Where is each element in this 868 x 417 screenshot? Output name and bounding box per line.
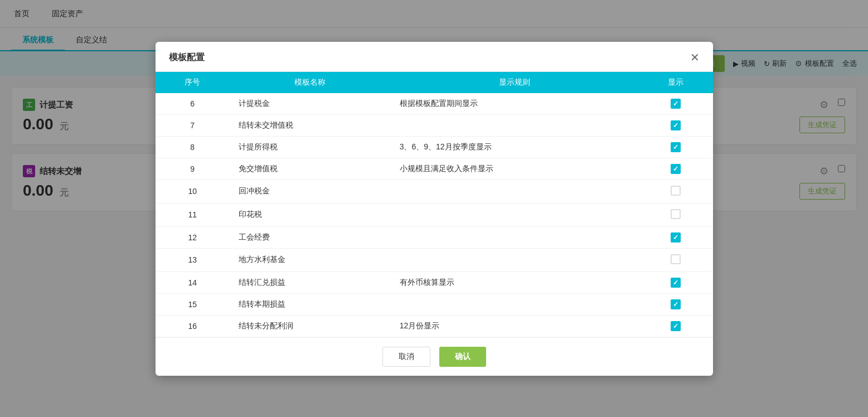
cell-seq: 6 bbox=[156, 93, 230, 115]
cell-name: 计提税金 bbox=[230, 93, 391, 115]
cell-name: 回冲税金 bbox=[230, 180, 391, 203]
cell-name: 结转汇兑损益 bbox=[230, 271, 391, 293]
table-header-row: 序号 模板名称 显示规则 显示 bbox=[156, 72, 713, 93]
cell-rule: 3、6、9、12月按季度显示 bbox=[391, 136, 638, 158]
cell-rule bbox=[391, 293, 638, 315]
table-row: 8计提所得税3、6、9、12月按季度显示 bbox=[156, 136, 713, 158]
cell-rule bbox=[391, 180, 638, 203]
cell-seq: 9 bbox=[156, 158, 230, 180]
cell-rule: 根据模板配置期间显示 bbox=[391, 93, 638, 115]
display-checkbox[interactable] bbox=[671, 254, 681, 264]
cell-rule bbox=[391, 226, 638, 248]
display-checkbox[interactable] bbox=[671, 99, 681, 109]
display-checkbox[interactable] bbox=[671, 186, 681, 196]
table-row: 12工会经费 bbox=[156, 226, 713, 248]
col-seq: 序号 bbox=[156, 72, 230, 93]
cell-seq: 8 bbox=[156, 136, 230, 158]
cell-name: 工会经费 bbox=[230, 226, 391, 248]
cell-seq: 7 bbox=[156, 114, 230, 136]
cancel-button[interactable]: 取消 bbox=[382, 347, 430, 367]
cell-seq: 15 bbox=[156, 293, 230, 315]
display-checkbox[interactable] bbox=[671, 142, 681, 152]
display-checkbox[interactable] bbox=[671, 232, 681, 243]
modal-title: 模板配置 bbox=[169, 52, 205, 64]
cell-display bbox=[638, 226, 712, 248]
cell-display bbox=[638, 114, 712, 136]
cell-seq: 10 bbox=[156, 180, 230, 203]
cell-display bbox=[638, 136, 712, 158]
display-checkbox[interactable] bbox=[671, 299, 681, 309]
table-row: 10回冲税金 bbox=[156, 180, 713, 203]
cell-seq: 12 bbox=[156, 226, 230, 248]
modal-footer: 取消 确认 bbox=[156, 337, 713, 376]
col-name: 模板名称 bbox=[230, 72, 391, 93]
cell-display bbox=[638, 180, 712, 203]
col-display: 显示 bbox=[638, 72, 712, 93]
cell-display bbox=[638, 248, 712, 271]
cell-display bbox=[638, 203, 712, 226]
cell-seq: 11 bbox=[156, 203, 230, 226]
cell-seq: 13 bbox=[156, 248, 230, 271]
cell-name: 印花税 bbox=[230, 203, 391, 226]
display-checkbox[interactable] bbox=[671, 321, 681, 331]
cell-rule bbox=[391, 203, 638, 226]
cell-rule: 小规模且满足收入条件显示 bbox=[391, 158, 638, 180]
cell-seq: 16 bbox=[156, 315, 230, 337]
cell-rule: 12月份显示 bbox=[391, 315, 638, 337]
table-row: 7结转未交增值税 bbox=[156, 114, 713, 136]
col-rule: 显示规则 bbox=[391, 72, 638, 93]
modal-template-config: 模板配置 ✕ 序号 模板名称 显示规则 显示 6计提税金根据模板配置期间显示7结… bbox=[156, 42, 713, 376]
modal-close-button[interactable]: ✕ bbox=[690, 52, 700, 63]
confirm-button[interactable]: 确认 bbox=[439, 347, 486, 367]
display-checkbox[interactable] bbox=[671, 120, 681, 130]
cell-display bbox=[638, 158, 712, 180]
cell-name: 地方水利基金 bbox=[230, 248, 391, 271]
cell-name: 结转未交增值税 bbox=[230, 114, 391, 136]
cell-display bbox=[638, 93, 712, 115]
table-row: 13地方水利基金 bbox=[156, 248, 713, 271]
cell-rule bbox=[391, 248, 638, 271]
modal-table-scroll[interactable]: 序号 模板名称 显示规则 显示 6计提税金根据模板配置期间显示7结转未交增值税8… bbox=[156, 72, 713, 337]
cell-rule bbox=[391, 114, 638, 136]
cell-seq: 14 bbox=[156, 271, 230, 293]
modal-overlay: 模板配置 ✕ 序号 模板名称 显示规则 显示 6计提税金根据模板配置期间显示7结… bbox=[0, 0, 868, 417]
display-checkbox[interactable] bbox=[671, 209, 681, 219]
cell-name: 结转本期损益 bbox=[230, 293, 391, 315]
cell-name: 结转未分配利润 bbox=[230, 315, 391, 337]
cell-display bbox=[638, 271, 712, 293]
cell-display bbox=[638, 315, 712, 337]
cell-name: 计提所得税 bbox=[230, 136, 391, 158]
cell-display bbox=[638, 293, 712, 315]
modal-table: 序号 模板名称 显示规则 显示 6计提税金根据模板配置期间显示7结转未交增值税8… bbox=[156, 72, 713, 337]
display-checkbox[interactable] bbox=[671, 164, 681, 174]
display-checkbox[interactable] bbox=[671, 278, 681, 288]
table-row: 11印花税 bbox=[156, 203, 713, 226]
table-row: 6计提税金根据模板配置期间显示 bbox=[156, 93, 713, 115]
modal-header: 模板配置 ✕ bbox=[156, 42, 713, 72]
cell-name: 免交增值税 bbox=[230, 158, 391, 180]
cell-rule: 有外币核算显示 bbox=[391, 271, 638, 293]
table-row: 14结转汇兑损益有外币核算显示 bbox=[156, 271, 713, 293]
table-row: 9免交增值税小规模且满足收入条件显示 bbox=[156, 158, 713, 180]
table-row: 15结转本期损益 bbox=[156, 293, 713, 315]
table-row: 16结转未分配利润12月份显示 bbox=[156, 315, 713, 337]
